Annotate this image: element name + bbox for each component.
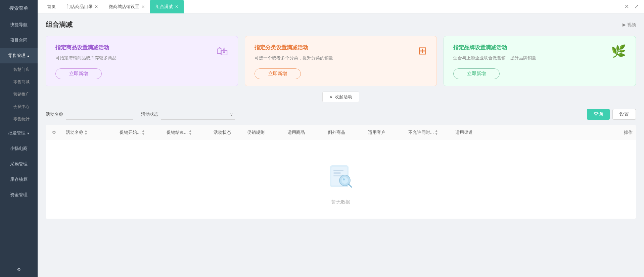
- th-goods: 适用商品: [284, 125, 324, 140]
- th-name-label: 活动名称: [66, 129, 83, 135]
- tab-bar-actions: ✕ ⤢: [623, 2, 640, 11]
- sidebar-item-xiaochangec[interactable]: 小畅电商: [0, 141, 38, 156]
- th-ops-label: 操作: [624, 129, 633, 135]
- promo-cards: 指定商品设置满减活动 🛍 可指定滞销商品或库存较多商品 立即新增 指定分类设置满…: [46, 36, 636, 86]
- sidebar-item-finance-mgmt[interactable]: 资金管理: [0, 187, 38, 203]
- sidebar: 搜索菜单 快捷导航 项目合同 零售管理 智慧门店 零售商城 营销推广 会员中心 …: [0, 0, 38, 277]
- promo-card-goods-btn[interactable]: 立即新增: [55, 68, 102, 79]
- th-ops: 操作: [499, 125, 636, 140]
- tab-combo-discount[interactable]: 组合满减 ✕: [150, 0, 184, 13]
- filter-status-select-wrap: [161, 109, 235, 120]
- filter-status: 活动状态: [141, 109, 235, 120]
- svg-line-7: [349, 184, 352, 187]
- th-rule: 促销规则: [244, 125, 284, 140]
- promo-card-goods-desc: 可指定滞销商品或库存较多商品: [55, 55, 228, 62]
- promo-card-category-btn[interactable]: 立即新增: [255, 68, 301, 79]
- tab-wechat-store-label: 微商城店铺设置: [109, 0, 139, 13]
- resize-window-icon[interactable]: ⤢: [633, 2, 640, 11]
- th-promo-end[interactable]: 促销结束... ▲▼: [163, 125, 210, 140]
- svg-point-8: [343, 178, 345, 180]
- collapse-icon: ∧: [329, 94, 333, 99]
- data-table: ⚙ 活动名称 ▲▼ 促销开始... ▲▼ 促销结束... ▲▼ 活动状态: [46, 125, 636, 219]
- svg-rect-4: [333, 175, 342, 176]
- th-no-allow[interactable]: 不允许同时... ▲▼: [405, 125, 452, 140]
- collapse-activity-btn[interactable]: ∧ 收起活动: [322, 92, 359, 102]
- tab-home[interactable]: 首页: [42, 0, 61, 13]
- promo-card-brand-title: 指定品牌设置满减活动: [453, 44, 626, 51]
- th-rule-label: 促销规则: [247, 129, 265, 135]
- svg-rect-2: [333, 170, 343, 171]
- query-button[interactable]: 查询: [587, 109, 610, 120]
- filter-bar: 活动名称 活动状态 查询 设置: [46, 109, 636, 120]
- th-customer: 适用客户: [365, 125, 405, 140]
- th-gear[interactable]: ⚙: [46, 126, 62, 139]
- sidebar-item-smart-store[interactable]: 智慧门店: [0, 63, 38, 76]
- promo-card-brand-btn[interactable]: 立即新增: [453, 68, 500, 79]
- filter-status-label: 活动状态: [141, 111, 158, 117]
- tab-store-catalog-close[interactable]: ✕: [95, 0, 98, 13]
- empty-state-icon: [324, 160, 358, 194]
- setting-button[interactable]: 设置: [612, 109, 636, 120]
- sort-icon-start: ▲▼: [142, 129, 145, 136]
- page-title: 组合满减: [46, 20, 73, 29]
- svg-point-6: [341, 177, 348, 184]
- svg-rect-3: [333, 172, 341, 174]
- tab-combo-discount-close[interactable]: ✕: [175, 0, 178, 13]
- tab-bar: 首页 门店商品目录 ✕ 微商城店铺设置 ✕ 组合满减 ✕ ✕ ⤢: [38, 0, 644, 13]
- collapse-bar: ∧ 收起活动: [46, 92, 636, 102]
- promo-card-category: 指定分类设置满减活动 ⊞ 可选一个或者多个分类，提升分类的销量 立即新增: [245, 36, 437, 86]
- page-content: 组合满减 ▶ 视频 指定商品设置满减活动 🛍 可指定滞销商品或库存较多商品 立即…: [38, 13, 644, 277]
- promo-card-brand: 指定品牌设置满减活动 🌿 适合与上游企业联合做营销，提升品牌销量 立即新增: [444, 36, 636, 86]
- filter-name-input[interactable]: [66, 109, 133, 120]
- table-gear-icon: ⚙: [52, 130, 56, 135]
- th-channel: 适用渠道: [452, 125, 499, 140]
- sort-icon-noallow: ▲▼: [435, 129, 438, 136]
- sidebar-item-retail-stats[interactable]: 零售统计: [0, 113, 38, 125]
- filter-status-select[interactable]: [161, 109, 235, 120]
- sidebar-item-wholesale-mgmt[interactable]: 批发管理: [0, 125, 38, 141]
- th-status-label: 活动状态: [214, 129, 231, 135]
- th-except-goods-label: 例外商品: [328, 129, 345, 135]
- page-header: 组合满减 ▶ 视频: [46, 20, 636, 29]
- tab-combo-discount-label: 组合满减: [155, 0, 173, 13]
- video-label: 视频: [627, 22, 636, 28]
- promo-card-goods-icon: 🛍: [216, 44, 228, 58]
- sidebar-search[interactable]: 搜索菜单: [0, 0, 38, 17]
- sort-icon-name: ▲▼: [84, 129, 88, 136]
- sidebar-item-member-center[interactable]: 会员中心: [0, 101, 38, 113]
- th-name[interactable]: 活动名称 ▲▼: [62, 125, 116, 140]
- th-status: 活动状态: [210, 125, 244, 140]
- tab-wechat-store-close[interactable]: ✕: [141, 0, 145, 13]
- th-goods-label: 适用商品: [287, 129, 305, 135]
- filter-name-label: 活动名称: [46, 111, 63, 117]
- tab-store-catalog[interactable]: 门店商品目录 ✕: [61, 0, 103, 13]
- tab-store-catalog-label: 门店商品目录: [66, 0, 93, 13]
- empty-state-text: 暂无数据: [331, 199, 350, 205]
- play-icon: ▶: [623, 22, 626, 27]
- th-no-allow-label: 不允许同时...: [408, 129, 434, 135]
- th-promo-start[interactable]: 促销开始... ▲▼: [116, 125, 163, 140]
- th-except-goods: 例外商品: [324, 125, 365, 140]
- promo-card-category-title: 指定分类设置满减活动: [255, 44, 427, 51]
- empty-state: 暂无数据: [46, 140, 636, 219]
- main-area: 首页 门店商品目录 ✕ 微商城店铺设置 ✕ 组合满减 ✕ ✕ ⤢ 组合满减 ▶ …: [38, 0, 644, 277]
- th-channel-label: 适用渠道: [455, 129, 473, 135]
- sidebar-item-inventory[interactable]: 库存核算: [0, 172, 38, 187]
- sidebar-settings-btn[interactable]: ⚙: [0, 262, 38, 277]
- tab-wechat-store[interactable]: 微商城店铺设置 ✕: [103, 0, 150, 13]
- sidebar-item-purchase-mgmt[interactable]: 采购管理: [0, 156, 38, 172]
- sidebar-item-marketing[interactable]: 营销推广: [0, 88, 38, 101]
- sidebar-item-project-contract[interactable]: 项目合同: [0, 33, 38, 48]
- sidebar-item-quick-nav[interactable]: 快捷导航: [0, 17, 38, 33]
- promo-card-brand-desc: 适合与上游企业联合做营销，提升品牌销量: [453, 55, 626, 62]
- promo-card-goods-title: 指定商品设置满减活动: [55, 44, 228, 51]
- sidebar-item-retail-mall[interactable]: 零售商城: [0, 76, 38, 88]
- collapse-label: 收起活动: [335, 94, 352, 100]
- promo-card-brand-icon: 🌿: [611, 44, 626, 58]
- video-link[interactable]: ▶ 视频: [623, 22, 636, 28]
- promo-card-category-desc: 可选一个或者多个分类，提升分类的销量: [255, 55, 427, 62]
- close-window-icon[interactable]: ✕: [623, 2, 630, 11]
- gear-icon: ⚙: [17, 267, 21, 272]
- promo-card-category-icon: ⊞: [418, 44, 427, 57]
- sidebar-item-retail-mgmt[interactable]: 零售管理: [0, 48, 38, 63]
